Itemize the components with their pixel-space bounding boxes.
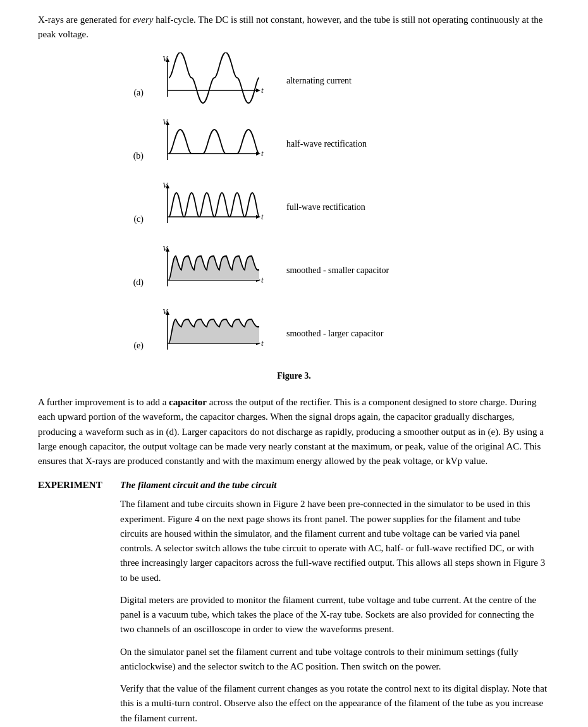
waveform-desc-d: smoothed - smaller capacitor bbox=[275, 266, 389, 276]
waveform-row-a: (a) t V al bbox=[117, 52, 471, 109]
svg-text:t: t bbox=[261, 85, 264, 95]
waveform-label-a: (a) bbox=[117, 88, 149, 109]
waveform-label-d: (d) bbox=[117, 278, 149, 299]
experiment-para-4: Verify that the value of the filament cu… bbox=[120, 681, 550, 726]
experiment-label: EXPERIMENT bbox=[38, 480, 120, 727]
experiment-title: The filament circuit and the tube circui… bbox=[120, 480, 550, 491]
experiment-para-1: The filament and tube circuits shown in … bbox=[120, 497, 550, 585]
page: X-rays are generated for every half-cycl… bbox=[0, 13, 588, 727]
experiment-para-2: Digital meters are provided to monitor t… bbox=[120, 593, 550, 637]
figure-3-container: (a) t V al bbox=[38, 52, 550, 391]
waveform-desc-c: full-wave rectification bbox=[275, 202, 365, 212]
svg-text:t: t bbox=[261, 338, 264, 348]
svg-marker-3 bbox=[256, 89, 260, 92]
waveform-row-b: (b) t V half-wave rectification bbox=[117, 116, 471, 173]
waveform-label-c: (c) bbox=[117, 214, 149, 236]
figure-label: Figure 3. bbox=[277, 371, 310, 381]
waveform-svg-b: t V bbox=[149, 116, 275, 173]
waveform-row-d: (d) t V smoothed - smaller capacitor bbox=[117, 242, 471, 299]
waveform-svg-c: t V bbox=[149, 179, 275, 236]
experiment-section: EXPERIMENT The filament circuit and the … bbox=[38, 480, 550, 727]
waveform-label-b: (b) bbox=[117, 151, 149, 173]
waveform-svg-e: t V bbox=[149, 305, 275, 362]
waveform-row-e: (e) t V smoothed - larger capacitor bbox=[117, 305, 471, 362]
intro-paragraph: X-rays are generated for every half-cycl… bbox=[38, 13, 550, 41]
waveform-desc-a: alternating current bbox=[275, 76, 352, 86]
waveform-label-e: (e) bbox=[117, 341, 149, 362]
experiment-para-3: On the simulator panel set the filament … bbox=[120, 645, 550, 675]
waveform-svg-d: t V bbox=[149, 242, 275, 299]
svg-text:t: t bbox=[261, 212, 264, 221]
capacitor-paragraph: A further improvement is to add a capaci… bbox=[38, 395, 550, 468]
waveform-desc-b: half-wave rectification bbox=[275, 139, 367, 149]
waveform-row-c: (c) t V full-wave rectification bbox=[117, 179, 471, 236]
waveform-desc-e: smoothed - larger capacitor bbox=[275, 329, 383, 339]
waveform-svg-a: t V bbox=[149, 52, 275, 109]
svg-text:t: t bbox=[261, 275, 264, 284]
experiment-content: The filament circuit and the tube circui… bbox=[120, 480, 550, 727]
svg-text:t: t bbox=[261, 149, 264, 158]
